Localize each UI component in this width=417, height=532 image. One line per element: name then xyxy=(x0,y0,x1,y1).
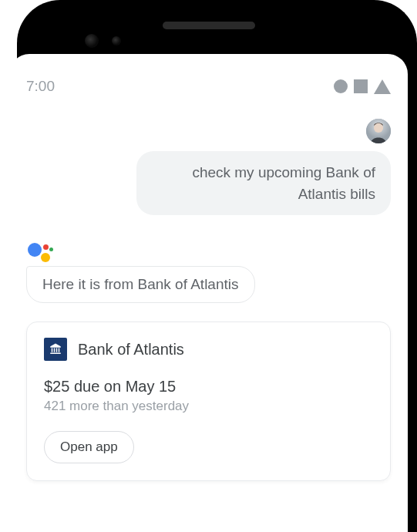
card-sub-text: 421 more than yesterday xyxy=(44,399,373,414)
card-header: Bank of Atlantis xyxy=(44,338,373,361)
user-avatar[interactable] xyxy=(366,119,391,143)
card-title: Bank of Atlantis xyxy=(78,341,184,359)
screen: 7:00 xyxy=(9,54,408,532)
open-app-button[interactable]: Open app xyxy=(44,431,134,463)
status-bar: 7:00 xyxy=(26,76,391,97)
svg-rect-2 xyxy=(52,348,53,352)
card-main-text: $25 due on May 15 xyxy=(44,378,373,396)
svg-rect-4 xyxy=(56,348,58,352)
phone-camera-icon xyxy=(85,34,99,48)
status-time: 7:00 xyxy=(26,78,55,95)
assistant-message-bubble: Here it is from Bank of Atlantis xyxy=(26,266,255,303)
phone-camera-icon xyxy=(112,36,121,45)
bank-icon xyxy=(44,338,67,361)
bill-card: Bank of Atlantis $25 due on May 15 421 m… xyxy=(26,322,391,481)
svg-rect-3 xyxy=(54,348,55,352)
assistant-logo-icon xyxy=(28,238,59,264)
assistant-message-row: Here it is from Bank of Atlantis xyxy=(26,266,391,303)
user-message-bubble: check my upcoming Bank of Atlantis bills xyxy=(136,151,391,215)
phone-speaker xyxy=(163,22,255,29)
status-triangle-icon xyxy=(374,79,391,94)
svg-rect-6 xyxy=(50,353,61,355)
status-square-icon xyxy=(354,79,368,93)
svg-point-1 xyxy=(374,123,383,133)
user-avatar-row xyxy=(26,119,391,143)
svg-rect-5 xyxy=(59,348,60,352)
status-circle-icon xyxy=(334,79,348,93)
user-message-row: check my upcoming Bank of Atlantis bills xyxy=(26,151,391,215)
viewport: 7:00 xyxy=(0,0,417,532)
status-icons xyxy=(334,79,391,94)
